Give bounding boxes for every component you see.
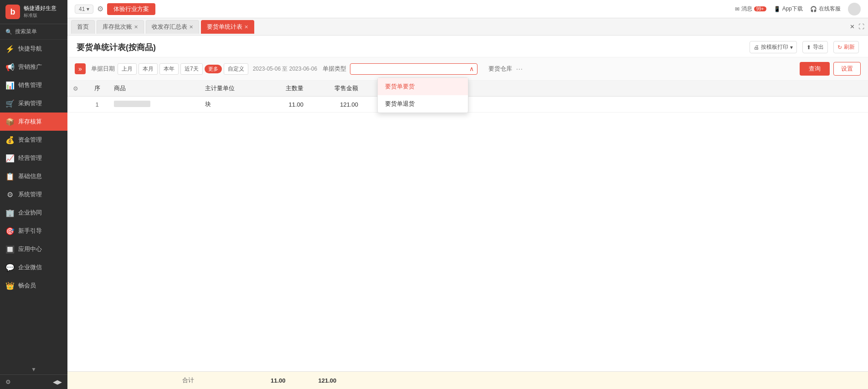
col-settings: ⚙: [67, 81, 86, 97]
chevron-down-icon: ▼: [31, 366, 36, 373]
export-button[interactable]: ⬆ 导出: [802, 41, 828, 53]
dropdown-item-order-return[interactable]: 要货单退货: [378, 95, 468, 113]
search-label: 搜索菜单: [15, 28, 37, 36]
tab-close-icon[interactable]: ✕: [189, 24, 193, 30]
sidebar-item-inventory[interactable]: 📦 库存核算: [0, 113, 67, 131]
export-icon: ⬆: [806, 44, 811, 51]
footer-quantity: 11.00: [271, 377, 286, 384]
sidebar-item-label: 销售管理: [18, 81, 42, 89]
trial-button[interactable]: 体验行业方案: [107, 3, 155, 15]
sidebar-item-newbie[interactable]: 🎯 新手引导: [0, 222, 67, 240]
this-month-btn[interactable]: 本月: [139, 63, 158, 75]
expand-filter-button[interactable]: »: [75, 63, 86, 74]
sidebar-search[interactable]: 🔍 搜索菜单: [0, 24, 67, 40]
input-clear-icon[interactable]: ∧: [469, 65, 474, 72]
finance-icon: 💰: [5, 135, 15, 144]
refresh-icon: ↻: [837, 44, 842, 51]
sidebar-item-sales[interactable]: 📊 销售管理: [0, 76, 67, 94]
date-range-display: 2023-05-06 至 2023-06-06: [253, 65, 317, 73]
app-download-label: App下载: [782, 5, 803, 13]
sidebar-item-app-center[interactable]: 🔲 应用中心: [0, 240, 67, 258]
print-button[interactable]: 🖨 按模板打印 ▾: [750, 41, 797, 53]
more-filter-icon[interactable]: ···: [516, 64, 523, 74]
tab-close-icon[interactable]: ✕: [244, 24, 248, 30]
tab-label: 要货单统计表: [207, 23, 242, 31]
online-service-item[interactable]: 🎧 在线客服: [810, 5, 841, 13]
version-dropdown-icon[interactable]: ▾: [87, 6, 89, 12]
sidebar-item-label: 新手引导: [18, 227, 42, 235]
inventory-icon: 📦: [5, 117, 15, 126]
sidebar-item-system[interactable]: ⚙ 系统管理: [0, 185, 67, 204]
sidebar-scroll-down[interactable]: ▼: [0, 364, 67, 374]
sidebar-item-label: 企业协同: [18, 209, 42, 217]
messages-badge: 99+: [754, 6, 766, 11]
export-label: 导出: [813, 43, 824, 51]
page-actions: 🖨 按模板打印 ▾ ⬆ 导出 ↻ 刷新: [750, 41, 859, 53]
sidebar-item-wechat[interactable]: 💬 企业微信: [0, 258, 67, 276]
sales-icon: 📊: [5, 81, 15, 90]
dropdown-item-label: 要货单退货: [385, 100, 415, 107]
sidebar-item-member[interactable]: 👑 畅会员: [0, 276, 67, 295]
sidebar-item-quick-nav[interactable]: ⚡ 快捷导航: [0, 40, 67, 58]
sidebar-logo: b 畅捷通好生意 标准版: [0, 0, 67, 24]
this-year-btn[interactable]: 本年: [159, 63, 179, 75]
type-filter-label: 单据类型: [323, 65, 346, 73]
app-version: 标准版: [24, 12, 56, 19]
last-7-days-btn[interactable]: 近7天: [180, 63, 203, 75]
sidebar-item-label: 资金管理: [18, 136, 42, 144]
sidebar-item-label: 畅会员: [18, 282, 36, 290]
avatar[interactable]: [848, 3, 861, 15]
custom-date-btn[interactable]: 自定义: [224, 63, 248, 75]
app-download-item[interactable]: 📱 App下载: [774, 5, 803, 13]
refresh-button[interactable]: ↻ 刷新: [833, 41, 859, 53]
messages-label: 消息: [741, 5, 752, 13]
version-number: 41: [79, 6, 85, 12]
settings-icon[interactable]: ⚙: [5, 379, 11, 385]
sidebar: b 畅捷通好生意 标准版 🔍 搜索菜单 ⚡ 快捷导航 📢 营销推广 📊 销售管理…: [0, 0, 67, 389]
col-num: 序: [86, 81, 108, 97]
cell-settings: [67, 97, 86, 113]
marketing-icon: 📢: [5, 62, 15, 72]
last-month-btn[interactable]: 上月: [118, 63, 137, 75]
tab-inventory-batch[interactable]: 库存批次账 ✕: [97, 20, 144, 34]
sidebar-item-label: 系统管理: [18, 190, 42, 199]
search-icon: 🔍: [5, 29, 12, 35]
table-footer: 合计 11.00 121.00: [67, 371, 868, 389]
sidebar-item-operations[interactable]: 📈 经营管理: [0, 149, 67, 167]
cell-amount: 121.00: [309, 97, 364, 113]
tab-expand-icon[interactable]: ⛶: [858, 23, 864, 30]
tab-close-all-icon[interactable]: ✕: [850, 23, 855, 30]
sidebar-item-marketing[interactable]: 📢 营销推广: [0, 58, 67, 76]
tab-order-stats[interactable]: 要货单统计表 ✕: [201, 20, 254, 34]
sidebar-item-finance[interactable]: 💰 资金管理: [0, 131, 67, 149]
quick-nav-icon: ⚡: [5, 44, 15, 53]
sidebar-collapse-icon[interactable]: ◀▶: [53, 379, 62, 385]
page-title: 要货单统计表(按商品): [77, 42, 156, 53]
online-service-label: 在线客服: [819, 5, 841, 13]
content-area: 要货单统计表(按商品) 🖨 按模板打印 ▾ ⬆ 导出 ↻ 刷新 »: [67, 36, 868, 389]
version-badge: 41 ▾: [75, 5, 93, 14]
topbar-gear-icon[interactable]: ⚙: [97, 5, 103, 13]
tab-receive-summary[interactable]: 收发存汇总表 ✕: [146, 20, 199, 34]
tab-home[interactable]: 首页: [71, 20, 95, 34]
type-dropdown: 要货单要货 要货单退货: [377, 77, 468, 113]
sidebar-item-label: 经营管理: [18, 154, 42, 162]
sidebar-item-basic-info[interactable]: 📋 基础信息: [0, 167, 67, 185]
warehouse-filter-label: 要货仓库: [488, 65, 512, 73]
tab-close-icon[interactable]: ✕: [134, 24, 138, 30]
more-dates-btn[interactable]: 更多: [205, 65, 222, 73]
topbar: 41 ▾ ⚙ 体验行业方案 ✉ 消息 99+ 📱 App下载 🎧 在线客服: [67, 0, 868, 18]
dropdown-item-order-goods[interactable]: 要货单要货: [378, 78, 468, 95]
tab-label: 库存批次账: [103, 23, 132, 31]
sidebar-item-purchase[interactable]: 🛒 采购管理: [0, 94, 67, 113]
filter-settings-button[interactable]: 设置: [833, 62, 861, 76]
sidebar-item-label: 基础信息: [18, 172, 42, 180]
tabs-bar: 首页 库存批次账 ✕ 收发存汇总表 ✕ 要货单统计表 ✕ ✕ ⛶: [67, 18, 868, 36]
sidebar-item-enterprise[interactable]: 🏢 企业协同: [0, 204, 67, 222]
table-settings-icon[interactable]: ⚙: [73, 85, 78, 92]
filter-bar: » 单据日期 上月 本月 本年 近7天 更多 自定义 2023-05-06 至 …: [67, 57, 868, 81]
query-button[interactable]: 查询: [800, 62, 830, 76]
type-filter-input[interactable]: [350, 63, 478, 75]
newbie-icon: 🎯: [5, 226, 15, 235]
messages-item[interactable]: ✉ 消息 99+: [735, 5, 766, 13]
